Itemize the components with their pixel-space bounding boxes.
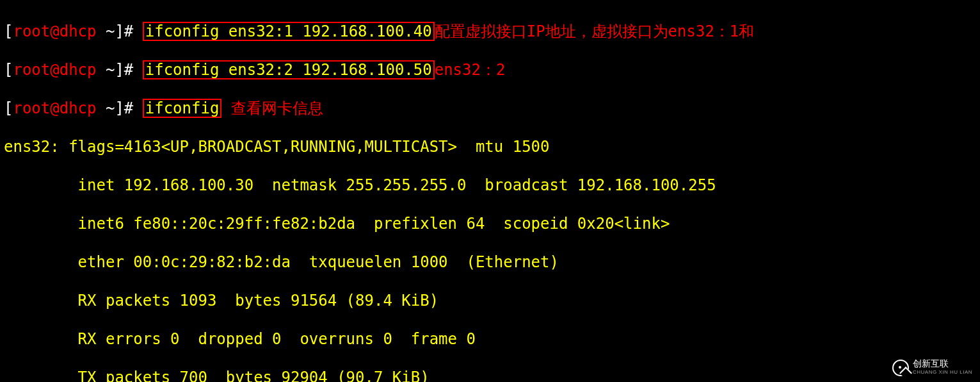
logo-cn: 创新互联	[913, 359, 972, 368]
if0-header: ens32: flags=4163<UP,BROADCAST,RUNNING,M…	[4, 137, 976, 156]
prompt-close: ]#	[115, 22, 142, 40]
watermark-logo: 创新互联 CHUANG XIN HU LIAN	[892, 359, 972, 377]
logo-en: CHUANG XIN HU LIAN	[913, 368, 972, 377]
if0-ether: ether 00:0c:29:82:b2:da txqueuelen 1000 …	[4, 253, 976, 272]
annotation-2: 查看网卡信息	[231, 99, 323, 117]
cmd2-text: ifconfig ens32:2 192.168.100.50	[145, 61, 432, 79]
cmd3-text: ifconfig	[145, 99, 220, 117]
logo-icon	[892, 360, 909, 376]
if0-inet: inet 192.168.100.30 netmask 255.255.255.…	[4, 176, 976, 195]
if0-txp: TX packets 700 bytes 92904 (90.7 KiB)	[4, 368, 976, 382]
if0-rxe: RX errors 0 dropped 0 overruns 0 frame 0	[4, 329, 976, 349]
annotation-1b: ens32：2	[435, 61, 506, 79]
cmd3-highlight: ifconfig	[143, 99, 222, 118]
prompt-open: [	[4, 22, 13, 40]
cmd-line-3: [root@dhcp ~]# ifconfig 查看网卡信息	[4, 99, 976, 118]
cmd1-highlight: ifconfig ens32:1 192.168.100.40	[143, 22, 435, 41]
prompt-userhost: root@dhcp	[13, 22, 96, 40]
prompt-path: ~	[97, 22, 115, 40]
if0-flags: flags=4163<UP,BROADCAST,RUNNING,MULTICAS…	[60, 138, 550, 156]
cmd2-highlight: ifconfig ens32:2 192.168.100.50	[143, 60, 435, 79]
cmd1-text: ifconfig ens32:1 192.168.100.40	[145, 22, 432, 40]
if0-name: ens32:	[4, 138, 60, 156]
if0-inet6: inet6 fe80::20c:29ff:fe82:b2da prefixlen…	[4, 214, 976, 233]
logo-text: 创新互联 CHUANG XIN HU LIAN	[913, 359, 972, 377]
cmd-line-2: [root@dhcp ~]# ifconfig ens32:2 192.168.…	[4, 60, 976, 79]
cmd-line-1: [root@dhcp ~]# ifconfig ens32:1 192.168.…	[4, 22, 976, 41]
annotation-1a: 配置虚拟接口IP地址，虚拟接口为ens32：1和	[435, 22, 755, 40]
if0-rxp: RX packets 1093 bytes 91564 (89.4 KiB)	[4, 291, 976, 310]
terminal[interactable]: [root@dhcp ~]# ifconfig ens32:1 192.168.…	[0, 0, 980, 382]
